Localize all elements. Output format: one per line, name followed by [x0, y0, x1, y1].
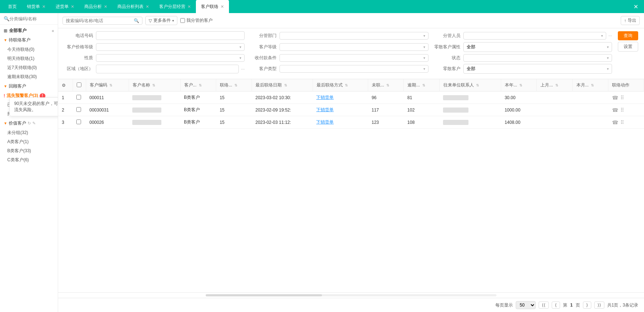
- tab-product-list[interactable]: 商品分析列表 ✕: [112, 0, 154, 13]
- th-customer-code[interactable]: 客户编码 ⇅: [86, 79, 129, 92]
- filter-customer-grade-select[interactable]: ▾: [279, 43, 428, 51]
- select-all-checkbox[interactable]: [77, 82, 81, 87]
- th-unit-contact[interactable]: 往来单位联系人 ⇅: [439, 79, 501, 92]
- cell-checkbox[interactable]: [73, 116, 86, 129]
- cell-last-method[interactable]: 下销货单: [313, 116, 368, 129]
- sidebar-collapse-icon[interactable]: «: [52, 28, 54, 33]
- refresh-icon[interactable]: ↻: [28, 121, 31, 126]
- tab-customer-contact-close[interactable]: ✕: [221, 4, 224, 9]
- per-page-select[interactable]: 50 100 200: [516, 301, 536, 309]
- contact-method-link[interactable]: 下销货单: [316, 107, 334, 112]
- sidebar-item-7days[interactable]: 近7天待联络(0): [0, 63, 58, 72]
- filter-retail-customer-select[interactable]: 全部 ▾: [463, 64, 612, 74]
- prev-page-button[interactable]: ⟨: [552, 301, 560, 309]
- th-customer-name[interactable]: 客户名称 ⇅: [129, 79, 180, 92]
- filter-phone-input[interactable]: [96, 31, 245, 40]
- tab-product-list-close[interactable]: ✕: [146, 4, 149, 9]
- sidebar-item-class-a[interactable]: A类客户(1): [0, 137, 58, 146]
- chevron-down-retail2: ▾: [607, 67, 609, 71]
- th-customer-type[interactable]: 客户... ⇅: [180, 79, 216, 92]
- tab-sales[interactable]: 销货单 ✕: [22, 0, 51, 13]
- tab-product-analysis[interactable]: 商品分析 ✕: [79, 0, 112, 13]
- sidebar-item-today[interactable]: 今天待联络(0): [0, 45, 58, 54]
- th-overdue[interactable]: 逾期... ⇅: [404, 79, 439, 92]
- scrollbar-track: [206, 294, 496, 296]
- contact-method-link[interactable]: 下销货单: [316, 95, 334, 100]
- th-last-month[interactable]: 上月... ⇅: [537, 79, 572, 92]
- search-button-icon[interactable]: 🔍: [134, 18, 139, 23]
- th-last-contact-method[interactable]: 最后联络方式 ⇅: [313, 79, 368, 92]
- churn-tooltip-text: 90天未交易的客户，可能有流失风险。: [14, 101, 58, 112]
- cell-checkbox[interactable]: [73, 92, 86, 104]
- cell-last-method[interactable]: 下销货单: [313, 92, 368, 104]
- sidebar-group-review[interactable]: ▼ 回顾客户: [0, 81, 58, 91]
- filter-region-dots[interactable]: ···: [241, 66, 245, 72]
- th-not-contacted[interactable]: 未联... ⇅: [368, 79, 403, 92]
- sidebar-item-overdue[interactable]: 逾期未联络(30): [0, 72, 58, 81]
- my-customers-checkbox[interactable]: [180, 18, 185, 23]
- sidebar-root-title[interactable]: ⊞ 全部客户 «: [0, 25, 58, 35]
- action-contact-icon[interactable]: ☎: [612, 95, 618, 101]
- filter-manager-dots[interactable]: ···: [608, 33, 612, 38]
- action-more-icon[interactable]: ⠿: [620, 119, 624, 125]
- row-checkbox-2[interactable]: [76, 119, 81, 124]
- export-button[interactable]: ↑ 导出: [621, 16, 640, 25]
- sidebar-item-tomorrow[interactable]: 明天待联络(1): [0, 54, 58, 63]
- cell-last-method[interactable]: 下销货单: [313, 104, 368, 116]
- cell-overdue: 102: [404, 104, 439, 116]
- tab-purchase-close[interactable]: ✕: [71, 4, 74, 9]
- tab-sales-close[interactable]: ✕: [42, 4, 45, 9]
- settings-icon[interactable]: ⚙: [62, 83, 66, 88]
- sidebar-search-input[interactable]: [9, 16, 58, 21]
- action-contact-icon[interactable]: ☎: [612, 119, 618, 125]
- sidebar-group-pending[interactable]: ▼ 待联络客户: [0, 35, 58, 45]
- cell-contacts: 15: [216, 116, 251, 129]
- filter-retail-attr-select[interactable]: 全部 ▾: [463, 42, 612, 52]
- more-filters-button[interactable]: ▽ 更多条件 ▾: [145, 16, 177, 25]
- filter-customer-type-label: 客户类型: [250, 66, 279, 72]
- scrollbar-thumb[interactable]: [206, 294, 322, 296]
- sidebar-item-class-c[interactable]: C类客户(6): [0, 155, 58, 165]
- settings-button[interactable]: 设置: [618, 42, 638, 52]
- tab-customer-tier-close[interactable]: ✕: [188, 4, 191, 9]
- tab-purchase[interactable]: 进货单 ✕: [51, 0, 79, 13]
- sidebar-item-class-b[interactable]: B类客户(33): [0, 146, 58, 155]
- filter-customer-type-select[interactable]: ▾: [279, 65, 428, 73]
- th-contacts[interactable]: 联络... ⇅: [216, 79, 251, 92]
- th-this-year[interactable]: 本年... ⇅: [501, 79, 536, 92]
- tab-customer-contact[interactable]: 客户联络 ✕: [196, 0, 229, 13]
- tab-customer-tier[interactable]: 客户分层经营 ✕: [154, 0, 196, 13]
- edit-icon[interactable]: ✎: [32, 121, 36, 126]
- horizontal-scrollbar[interactable]: [58, 292, 644, 298]
- filter-status-select[interactable]: ▾: [463, 54, 612, 62]
- next-page-button[interactable]: ⟩: [583, 301, 591, 309]
- filter-manager-select[interactable]: ▾: [463, 32, 606, 40]
- first-page-button[interactable]: ⟨⟨: [539, 301, 549, 309]
- filter-payment-select[interactable]: ▾: [279, 54, 428, 62]
- last-page-button[interactable]: ⟩⟩: [594, 301, 604, 309]
- action-contact-icon[interactable]: ☎: [612, 107, 618, 113]
- th-this-month[interactable]: 本月... ⇅: [572, 79, 608, 92]
- row-checkbox-0[interactable]: [76, 95, 81, 100]
- tab-purchase-label: 进货单: [56, 4, 69, 10]
- sidebar-item-unassigned[interactable]: 未分组(32): [0, 128, 58, 137]
- cell-last-month: [537, 116, 572, 129]
- th-last-contact-date[interactable]: 最后联络日期 ⇅: [252, 79, 313, 92]
- row-checkbox-1[interactable]: [76, 107, 81, 112]
- query-button[interactable]: 查询: [618, 31, 638, 40]
- cell-checkbox[interactable]: [73, 104, 86, 116]
- action-more-icon[interactable]: ⠿: [620, 107, 624, 113]
- contact-method-link[interactable]: 下销货单: [316, 119, 334, 125]
- search-input[interactable]: [66, 18, 134, 23]
- filter-price-grade-select[interactable]: ▾: [96, 43, 245, 51]
- sidebar-group-value[interactable]: ▼ 价值客户 ↻ ✎: [0, 118, 58, 128]
- filter-nature-select[interactable]: ▾: [96, 54, 245, 62]
- filter-region-input[interactable]: [96, 65, 239, 73]
- window-close-button[interactable]: ✕: [631, 3, 641, 10]
- action-more-icon[interactable]: ⠿: [620, 95, 624, 101]
- tab-product-analysis-close[interactable]: ✕: [104, 4, 107, 9]
- tab-home[interactable]: 首页: [3, 0, 22, 13]
- tab-product-analysis-label: 商品分析: [84, 4, 102, 10]
- filter-dept-select[interactable]: ▾: [279, 32, 428, 40]
- table-header-row: ⚙ 客户编码 ⇅ 客户名称 ⇅: [58, 79, 644, 92]
